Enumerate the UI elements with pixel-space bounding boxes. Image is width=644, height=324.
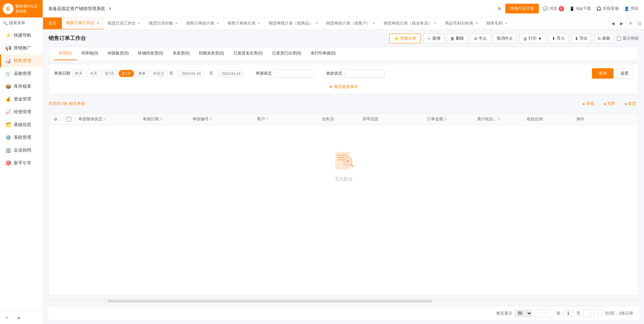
tab-nav-next[interactable]: ▶ [617,17,626,30]
tab-cash-reconcile[interactable]: 钱货日清对账✕ [145,17,182,30]
page-input[interactable] [563,310,574,317]
online-service-btn[interactable]: 🎧 在线客服 [596,6,619,11]
smart-create-btn[interactable]: ⭐ 智能生单 [389,34,421,43]
export-btn[interactable]: ⬇ 导出 [571,34,591,43]
status-select[interactable] [274,70,314,78]
sidebar-item-marketing[interactable]: 📢营销推广 [0,42,43,54]
tab-close-sales-summary-product[interactable]: ✕ [315,22,318,25]
sidebar-item-enterprise[interactable]: 🏢企业协同 [0,144,43,157]
date-quick-more[interactable]: 更多 [135,70,149,77]
filter-tab-not-printed[interactable]: 未打印单据(0) [306,47,340,60]
import-btn[interactable]: ⬆ 导入 [548,34,568,43]
query-btn[interactable]: 查询 [592,68,613,79]
sidebar-item-finance[interactable]: 💰资金管理 [0,93,43,106]
sort-state-icon[interactable]: ⇅ [103,117,106,121]
tab-close-sales-order[interactable]: ✕ [96,21,99,25]
settings-footer-btn[interactable]: ⚙ [3,314,11,321]
sidebar-search[interactable]: 🔍 搜索菜单 [0,17,43,29]
add-btn[interactable]: ＋ 新增 [423,34,444,43]
show-detail-toggle[interactable]: 显示明细 [617,36,639,41]
sidebar-item-quick-nav[interactable]: ⚡快捷导航 [0,29,43,42]
sort-num-icon[interactable]: ⇅ [210,117,212,121]
cancel-suspend-btn[interactable]: 取消中止 [493,34,517,43]
next-page-btn[interactable]: › [583,309,591,317]
sidebar-item-basic-info[interactable]: 🗂️基础信息 [0,118,43,131]
filter-tab-pending-inspect[interactable]: 待拣验货(0) [103,47,133,60]
print-btn[interactable]: 🖨 打印 ▼ [519,34,546,43]
tab-close-product-profit[interactable]: ✕ [475,22,478,25]
tab-sales-stats[interactable]: 销售订单统计表✕ [182,17,223,30]
tab-close-sales-summary-customer[interactable]: ✕ [373,22,375,25]
tab-cash-daily[interactable]: 钱货日清工作台✕ [103,17,145,30]
tab-sales-summary-customer[interactable]: 销货单统计表（按客户）✕ [322,17,380,30]
tab-sales-summary-staff[interactable]: 销货单统计表（按业务员）✕ [380,17,441,30]
app-download-btn[interactable]: 📱 App下载 [569,6,591,11]
tab-product-profit[interactable]: 商品毛利分析表✕ [441,17,482,30]
date-quick-custom[interactable]: 自定义 [150,70,167,77]
tab-maximize[interactable]: ⊡ [635,17,644,30]
date-quick-1month[interactable]: 近1月 [119,70,134,77]
horizontal-scrollbar[interactable] [48,299,639,303]
filter-tab-expired-not-shipped[interactable]: 到期未发货(0) [194,47,229,60]
filter-tab-shipped-not-out[interactable]: 已发货未出库(0) [229,47,267,60]
tab-sales-profit[interactable]: 销售毛利✕ [482,17,512,30]
industry-button[interactable]: 体验行业方案 [505,4,539,13]
tab-close-sales-profit[interactable]: ✕ [505,22,507,25]
tab-sales-summary-product[interactable]: 销货单统计表（按商品）✕ [265,17,322,30]
suspend-btn[interactable]: ⊘ 中止 [470,34,490,43]
sidebar-item-inventory[interactable]: 📦库存核算 [0,80,43,93]
message-btn[interactable]: 💬 消息 6 [543,6,564,11]
user-menu[interactable]: 👤 用友 [624,6,639,11]
date-from-input[interactable]: 2023-02-24 [179,70,204,77]
tab-close-cash-reconcile[interactable]: ✕ [175,22,178,25]
sort-amount-icon[interactable]: ⇅ [444,117,447,121]
ship-btn[interactable]: ● 发货 [622,99,639,108]
tab-sales-exec[interactable]: 销售订单执行表✕ [223,17,265,30]
delete-btn[interactable]: 🗑 删除 [447,34,468,43]
date-quick-today[interactable]: 今天 [87,70,100,77]
filter-tab-not-shipped[interactable]: 未发货(0) [168,47,195,60]
scroll-thumb[interactable] [108,300,432,302]
prev-page-btn[interactable]: ‹ [546,309,554,317]
sidebar-item-newbie[interactable]: 🎯新手引导 [0,157,43,169]
tab-close-sales-stats[interactable]: ✕ [216,22,219,25]
date-to-input[interactable]: 2023-03-24 [219,70,244,77]
collapse-btn[interactable]: ◀ [14,314,22,321]
date-quick-btns: 昨天今天近7天近1月更多自定义 [72,70,167,77]
tab-close-cash-daily[interactable]: ✕ [138,22,140,25]
refresh-btn[interactable]: ↻ 刷新 [594,34,614,43]
sort-collected-icon[interactable]: ⇅ [498,117,500,121]
sidebar-item-operations[interactable]: 📈经营管理 [0,106,43,118]
sidebar-item-system[interactable]: ⚙️系统管理 [0,131,43,144]
tab-close-sales-exec[interactable]: ✕ [258,22,260,25]
sidebar-item-sales[interactable]: 📊销售管理 [0,54,43,67]
th-checkbox[interactable] [62,117,76,122]
select-all-checkbox[interactable] [67,117,71,122]
last-page-btn[interactable]: » [594,309,602,317]
dropdown-icon[interactable]: ▼ [108,6,112,11]
filter-tab-pending-audit[interactable]: 待审核(0) [77,47,103,60]
payment-select[interactable] [344,70,385,78]
first-page-btn[interactable]: « [535,309,543,317]
sort-customer-icon[interactable]: ⇅ [266,117,269,121]
filter-tab-wangpu-pending[interactable]: 旺铺待发货(0) [133,47,168,60]
tab-nav-prev[interactable]: ◀ [608,17,617,30]
th-settings[interactable]: ⚙ [49,117,62,122]
tab-close-all[interactable]: ✕ [626,17,635,30]
date-quick-yesterday[interactable]: 昨天 [72,70,86,77]
sort-date-icon[interactable]: ⇅ [160,117,163,121]
settings-btn[interactable]: 设置 [616,68,633,79]
sidebar-item-purchase[interactable]: 🛒采购管理 [0,67,43,80]
audit-btn[interactable]: ● 审核 [580,99,597,108]
page-size-select[interactable]: 10 20 50 100 [515,310,532,317]
anti-audit-btn[interactable]: ● 充审 [601,99,618,108]
expand-conditions-btn[interactable]: ▼ 展开更多条件 [329,84,358,90]
filter-tab-all[interactable]: 全部(0) [54,47,77,60]
filter-tab-shipped-out[interactable]: 已发货已出库(0) [267,47,306,60]
date-quick-7days[interactable]: 近7天 [102,70,117,77]
tab-sales-order[interactable]: 销售订单工作台✕ [62,17,103,30]
show-detail-checkbox[interactable] [617,36,621,41]
gear-icon[interactable]: ⚙ [498,6,501,11]
tab-home[interactable]: 首页 [43,17,62,30]
tab-close-sales-summary-staff[interactable]: ✕ [434,22,437,25]
